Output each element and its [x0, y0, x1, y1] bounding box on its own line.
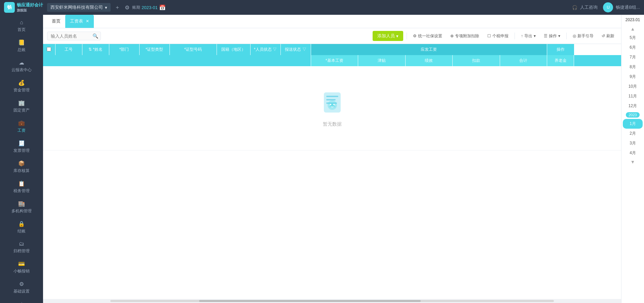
- empty-state-cell: 暂无数据: [43, 66, 621, 150]
- ledger-icon: 📒: [18, 39, 25, 46]
- sidebar-item-guide[interactable]: ✦ 新手引导: [0, 298, 43, 303]
- svg-point-8: [333, 104, 335, 105]
- period-up-nav[interactable]: ▲: [629, 25, 637, 33]
- calendar-icon[interactable]: 📅: [159, 4, 166, 11]
- sidebar-item-multi[interactable]: 🏬 多机构管理: [0, 197, 43, 217]
- sidebar-item-asset[interactable]: 🏢 固定资产: [0, 96, 43, 117]
- period-month-3[interactable]: 3月: [621, 138, 644, 148]
- operate-chevron: ▾: [558, 34, 560, 38]
- period-month-4[interactable]: 4月: [621, 148, 644, 158]
- tax-return-button[interactable]: ☐ 个税申报: [485, 32, 511, 40]
- empty-icon: [319, 89, 346, 116]
- sidebar-item-closing[interactable]: 🔒 结账: [0, 217, 43, 237]
- sidebar-label-closing: 结账: [17, 228, 26, 234]
- settings-icon[interactable]: ⚙: [125, 4, 129, 11]
- tab-payroll-label: 工资表: [70, 18, 83, 24]
- settings-nav-icon: ⚙: [19, 281, 24, 287]
- sidebar-item-home[interactable]: ⌂ 首页: [0, 16, 43, 36]
- add-person-button[interactable]: 添加人员 ▾: [373, 31, 403, 41]
- period-current-display: 2023.01: [624, 15, 641, 25]
- sidebar-label-archive: 归档管理: [13, 248, 30, 254]
- sidebar-label-multi: 多机构管理: [11, 208, 32, 214]
- tab-close-icon[interactable]: ✕: [86, 19, 89, 24]
- company-selector[interactable]: 西安虾米网络科技有限公司 ▾: [47, 3, 111, 12]
- sidebar-label-payroll: 工资: [17, 128, 26, 133]
- newbie-guide-button[interactable]: ◎ 新手引导: [570, 32, 596, 40]
- divider-2: [515, 33, 515, 39]
- add-company-button[interactable]: ＋: [115, 4, 120, 11]
- divider-1: [407, 33, 407, 39]
- sidebar-item-settings[interactable]: ⚙ 基础设置: [0, 277, 43, 298]
- svg-rect-2: [326, 99, 336, 100]
- period-month-8[interactable]: 8月: [621, 62, 644, 72]
- period-value: 2023-01: [142, 5, 158, 10]
- period-month-5[interactable]: 5月: [621, 33, 644, 43]
- period-month-10[interactable]: 10月: [621, 82, 644, 91]
- select-all-checkbox[interactable]: [47, 47, 51, 51]
- tab-payroll-table[interactable]: 工资表 ✕: [65, 15, 94, 28]
- sidebar-label-ledger: 总账: [17, 47, 26, 53]
- scrollbar-track[interactable]: [110, 300, 554, 302]
- sidebar-item-archive[interactable]: 🗂 归档管理: [0, 237, 43, 257]
- th-deduct: 扣款: [453, 55, 500, 66]
- archive-icon: 🗂: [19, 241, 24, 247]
- th-reportstatus[interactable]: 报送状态 ▽: [280, 44, 311, 55]
- sidebar-item-fund[interactable]: 💰 资金管理: [0, 76, 43, 96]
- service-label: 人工咨询: [580, 4, 598, 10]
- app-name: 畅应通好会计: [17, 2, 43, 7]
- th-pension: 养老金: [547, 55, 574, 66]
- empty-state: 暂无数据: [45, 69, 619, 147]
- service-button[interactable]: 🎧 人工咨询: [572, 4, 598, 10]
- search-input[interactable]: [51, 34, 91, 39]
- period-month-12[interactable]: 12月: [621, 101, 644, 111]
- toolbar: 🔍 添加人员 ▾ ⚙ 统一社保设置 ⊕ 专项附加扣除 ☐: [43, 28, 621, 44]
- sidebar-item-invoice[interactable]: 🧾 发票管理: [0, 137, 43, 157]
- th-salary-group: 应发工资: [311, 44, 547, 55]
- period-year-badge[interactable]: 2023: [626, 112, 639, 118]
- period-month-7[interactable]: 7月: [621, 52, 644, 62]
- th-checkbox[interactable]: [43, 44, 55, 55]
- search-icon: 🔍: [92, 33, 98, 39]
- headset-icon: 🎧: [572, 5, 577, 10]
- svg-rect-1: [326, 96, 338, 97]
- th-performance: 绩效: [405, 55, 453, 66]
- period-month-2[interactable]: 2月: [621, 129, 644, 138]
- th-perstatus[interactable]: *人员状态 ▽: [250, 44, 280, 55]
- operate-icon: ☰: [544, 34, 547, 38]
- sidebar-item-inventory[interactable]: 📦 库存核算: [0, 157, 43, 177]
- sidebar-item-report[interactable]: ☁ 云报表中心: [0, 56, 43, 76]
- period-month-1[interactable]: 1月: [623, 119, 643, 129]
- guide-btn-icon: ◎: [573, 34, 576, 38]
- deduct-icon: ⊕: [450, 34, 454, 38]
- toolbar-right: 添加人员 ▾ ⚙ 统一社保设置 ⊕ 专项附加扣除 ☐ 个税申报: [373, 31, 617, 41]
- top-bar-actions: ＋ ⚙: [115, 4, 129, 11]
- sidebar-item-expense[interactable]: 💳 小畅报销: [0, 257, 43, 277]
- sidebar-item-payroll[interactable]: 💼 工资: [0, 117, 43, 137]
- period-panel: 2023.01 ▲ 5月 6月 7月 8月 9月 10月 11月 12月 202…: [621, 15, 644, 303]
- extra-deduct-button[interactable]: ⊕ 专项附加扣除: [448, 32, 482, 40]
- sidebar-item-tax[interactable]: 📋 税务管理: [0, 177, 43, 197]
- filter-icon-perstatus: ▽: [273, 47, 277, 52]
- multi-icon: 🏬: [18, 201, 25, 207]
- scrollbar-thumb[interactable]: [199, 300, 421, 302]
- export-button[interactable]: ↑ 导出 ▾: [518, 32, 538, 40]
- refresh-button[interactable]: ↺ 刷新: [599, 32, 617, 40]
- th-total: 合计: [500, 55, 547, 66]
- sidebar-label-fund: 资金管理: [13, 87, 30, 93]
- search-container: 🔍: [47, 32, 101, 40]
- tab-home[interactable]: 首页: [47, 15, 65, 28]
- social-insurance-button[interactable]: ⚙ 统一社保设置: [410, 32, 445, 40]
- sidebar-label-expense: 小畅报销: [13, 268, 30, 274]
- period-month-6[interactable]: 6月: [621, 43, 644, 52]
- sidebar-label-asset: 固定资产: [13, 107, 30, 113]
- top-bar-right: 🎧 人工咨询 U 畅捷通B组...: [572, 2, 640, 12]
- th-idtype: *证型类型: [139, 44, 169, 55]
- period-month-9[interactable]: 9月: [621, 72, 644, 82]
- operate-button[interactable]: ☰ 操作 ▾: [541, 32, 563, 40]
- period-down-nav[interactable]: ▼: [629, 158, 637, 166]
- period-month-11[interactable]: 11月: [621, 91, 644, 101]
- horizontal-scrollbar[interactable]: [43, 299, 621, 303]
- user-menu[interactable]: U 畅捷通B组...: [603, 2, 640, 12]
- tab-bar: 首页 工资表 ✕: [43, 15, 621, 28]
- sidebar-item-ledger[interactable]: 📒 总账: [0, 36, 43, 56]
